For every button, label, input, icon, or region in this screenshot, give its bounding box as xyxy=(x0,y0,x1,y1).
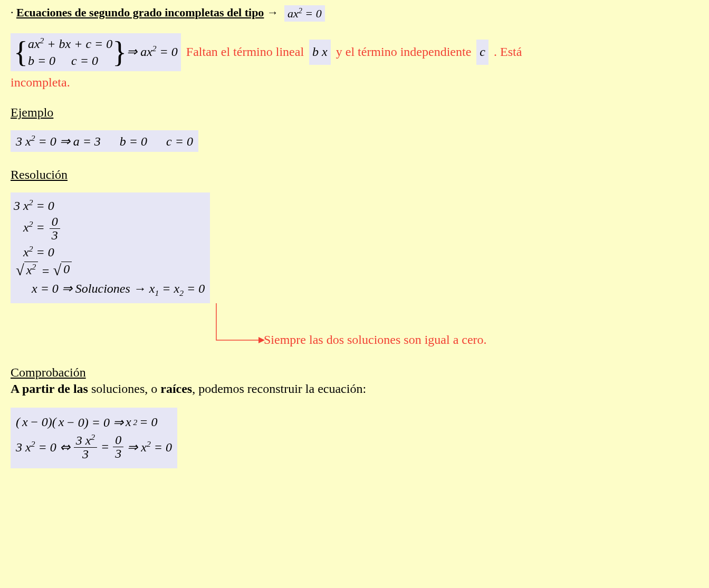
intro-plain1: soluciones, o xyxy=(91,382,160,396)
system-line1: ax2 + bx + c = 0 xyxy=(28,35,112,52)
comprobacion-line2: 3 x2 = 0 ⇔ 3 x2 3 = 0 3 ⇒ x2 = 0 xyxy=(16,433,172,461)
definition-text1: Faltan el término lineal xyxy=(186,41,304,63)
document-page: · Ecuaciones de segundo grado incompleta… xyxy=(0,0,709,489)
arrow-icon xyxy=(11,303,274,356)
ejemplo-heading: Ejemplo xyxy=(11,105,698,120)
system-b: b = 0 xyxy=(28,53,55,69)
resolucion-box: 3 x2 = 0 x2 = 0 3 x2 = 0 √x2 = √0 x = 0 … xyxy=(11,192,210,303)
intro-bold1: A partir de las xyxy=(11,382,91,396)
line2-frac2-num: 0 xyxy=(113,433,123,447)
ejemplo-b: b = 0 xyxy=(120,134,147,148)
resolucion-step3: x2 = 0 xyxy=(14,244,205,259)
definition-text2: y el término independiente xyxy=(336,41,472,63)
ejemplo-formula: 3 x2 = 0 ⇒ a = 3 b = 0 c = 0 xyxy=(11,130,698,152)
resolucion-step4: √x2 = √0 xyxy=(14,262,205,279)
callout-text: Siempre las dos soluciones son igual a c… xyxy=(264,333,487,347)
line2-frac1-den: 3 xyxy=(80,448,91,461)
comprobacion-line1: (x − 0)(x − 0) = 0 ⇒ x2 = 0 xyxy=(16,415,172,430)
line2-eq: = xyxy=(101,440,109,454)
comprobacion-heading: Comprobación xyxy=(11,365,698,380)
system-c: c = 0 xyxy=(71,53,98,69)
bullet: · xyxy=(11,6,14,19)
resolucion-step1: 3 x2 = 0 xyxy=(14,198,205,213)
intro-bold2: raíces xyxy=(160,382,192,396)
heading-line: · Ecuaciones de segundo grado incompleta… xyxy=(11,5,698,22)
callout-area: Siempre las dos soluciones son igual a c… xyxy=(11,303,698,356)
page-title: Ecuaciones de segundo grado incompletas … xyxy=(16,6,264,19)
step2-num: 0 xyxy=(50,215,60,229)
line2-frac2-den: 3 xyxy=(113,447,123,460)
definition-row: { ax2 + bx + c = 0 b = 0 c = 0 } ⇒ ax2 =… xyxy=(11,33,698,71)
term-c: c xyxy=(476,40,488,64)
definition-text3: . Está xyxy=(494,41,522,63)
term-bx: b x xyxy=(309,40,331,64)
comprobacion-box: (x − 0)(x − 0) = 0 ⇒ x2 = 0 3 x2 = 0 ⇔ 3… xyxy=(11,408,177,468)
resolucion-step2: x2 = 0 3 xyxy=(14,215,205,242)
intro-plain2: , podemos reconstruir la ecuación: xyxy=(192,382,366,396)
system-implies: ⇒ ax2 = 0 xyxy=(127,41,178,63)
comprobacion-intro: A partir de las soluciones, o raíces, po… xyxy=(11,382,698,396)
resolucion-step5: x = 0 ⇒ Soluciones → x1 = x2 = 0 xyxy=(14,281,205,298)
resolucion-heading: Resolución xyxy=(11,168,698,182)
ejemplo-c: c = 0 xyxy=(166,134,193,148)
type-formula: ax2 = 0 xyxy=(284,5,325,22)
step2-den: 3 xyxy=(50,229,60,242)
system-brace: { ax2 + bx + c = 0 b = 0 c = 0 } ⇒ ax2 =… xyxy=(11,33,181,71)
definition-text4: incompleta. xyxy=(11,75,698,90)
arrow: → xyxy=(267,6,279,19)
